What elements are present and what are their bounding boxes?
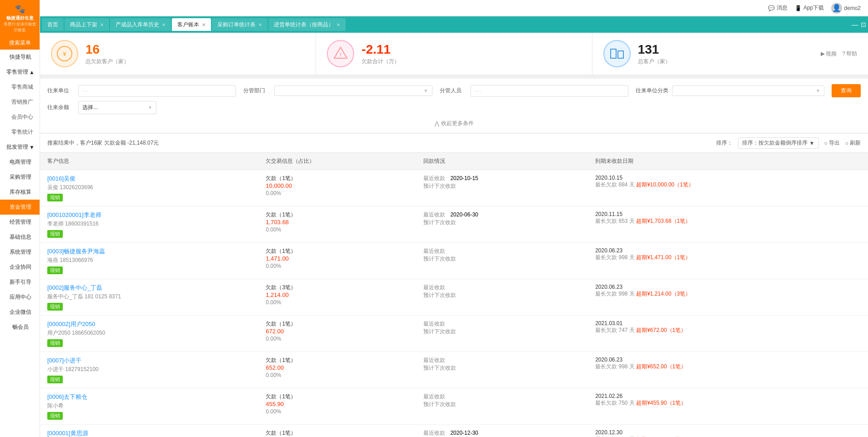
- sidebar-item-system[interactable]: 系统管理: [0, 245, 40, 260]
- customer-tag-0: 现销: [47, 194, 63, 201]
- customer-name-4[interactable]: [000002]用户2050: [47, 320, 251, 328]
- balance-select[interactable]: 选择... ▼: [78, 101, 156, 114]
- tabs-maximize-icon[interactable]: ⊡: [861, 21, 866, 28]
- customer-contact-5: 小进干 18279152100: [47, 366, 251, 373]
- overdue-amount-1[interactable]: 超期¥1,703.68（1笔）: [636, 218, 691, 224]
- collapse-row[interactable]: ⋀ 收起更多条件: [47, 118, 861, 129]
- owe-amount-3[interactable]: 1,214.00: [266, 291, 409, 298]
- overdue-amount-6[interactable]: 超期¥455.90（1笔）: [636, 400, 686, 406]
- vendor-type-select[interactable]: ▼: [672, 85, 824, 96]
- customer-tag-6: 现销: [47, 412, 63, 420]
- owe-count-5: 欠款（1笔）: [266, 357, 409, 364]
- query-button[interactable]: 查询: [832, 84, 861, 97]
- cell-customer-6: [0006]去下粮仓 陈小希 现销: [40, 388, 258, 425]
- overdue-days-3: 最长欠款 998 天 超期¥1,214.00（3笔）: [595, 290, 861, 298]
- vendor-type-label: 往来单位分类: [636, 87, 668, 95]
- due-date-2: 2020.06.23: [595, 247, 861, 254]
- overdue-days-4: 最长欠款 747 天 超期¥672.00（1笔）: [595, 326, 861, 334]
- user-menu[interactable]: 👤 demo2: [831, 3, 861, 14]
- cell-owe-1: 欠款（1笔） 1,703.68 0.00%: [258, 206, 416, 243]
- tabs-actions: — ⊡: [852, 21, 866, 28]
- customer-name-0[interactable]: [0016]吴俊: [47, 175, 251, 183]
- sidebar-item-retail-mall[interactable]: 零售商城: [0, 80, 40, 95]
- customer-name-5[interactable]: [0007]小进干: [47, 357, 251, 365]
- sidebar-item-ecommerce[interactable]: 电商管理: [0, 155, 40, 170]
- tab-close-purchase[interactable]: ✕: [258, 22, 262, 27]
- stat-card-overdue-customers: ¥ 16 总欠款客户（家）: [40, 33, 316, 75]
- tabs-minimize-icon[interactable]: —: [852, 21, 858, 28]
- customer-contact-6: 陈小希: [47, 402, 251, 410]
- tab-purchase-summary[interactable]: 采购订单统计表 ✕: [212, 18, 267, 31]
- last-payment-7: 最近收款 2020-12-30: [423, 429, 581, 437]
- owe-amount-1[interactable]: 1,703.68: [266, 219, 409, 226]
- overdue-amount-5[interactable]: 超期¥652.00（1笔）: [636, 363, 686, 370]
- tab-products-off[interactable]: 商品上下架 ✕: [65, 18, 109, 31]
- sidebar-search[interactable]: 搜索菜单: [0, 36, 40, 50]
- overdue-amount-4[interactable]: 超期¥672.00（1笔）: [636, 327, 686, 333]
- manager-input[interactable]: ···: [471, 85, 628, 97]
- help-btn[interactable]: ? 帮助: [842, 50, 857, 58]
- app-download-btn[interactable]: 📱 App下载: [795, 4, 824, 12]
- overdue-amount-3[interactable]: 超期¥1,214.00（3笔）: [636, 291, 691, 297]
- owe-count-2: 欠款（1笔）: [266, 247, 409, 255]
- cell-owe-7: 欠款（1笔） 429.00 0.00%: [258, 425, 416, 437]
- tab-close-production[interactable]: ✕: [162, 22, 166, 27]
- vendor-input[interactable]: ···: [78, 85, 236, 97]
- owe-amount-6[interactable]: 455.90: [266, 401, 409, 407]
- video-btn[interactable]: ▶ 视频: [821, 50, 837, 58]
- cell-owe-2: 欠款（1笔） 1,471.00 0.00%: [258, 243, 416, 279]
- last-payment-2: 最近收款: [423, 247, 581, 255]
- owe-amount-2[interactable]: 1,471.00: [266, 255, 409, 262]
- export-btn[interactable]: ○ 导出: [824, 139, 840, 147]
- cell-owe-0: 欠款（1笔） 10,000.00 0.00%: [258, 170, 416, 206]
- sidebar-item-operations[interactable]: 经营管理: [0, 215, 40, 230]
- last-payment-1: 最近收款 2020-06-30: [423, 211, 581, 219]
- sidebar-item-member-center[interactable]: 会员中心: [0, 110, 40, 125]
- owe-count-4: 欠款（1笔）: [266, 320, 409, 328]
- tab-close-customer[interactable]: ✕: [202, 22, 206, 27]
- sidebar-item-inventory[interactable]: 库存核算: [0, 185, 40, 200]
- department-select[interactable]: ▼: [274, 85, 432, 96]
- next-payment-6: 预计下次收款: [423, 401, 581, 408]
- customer-name-2[interactable]: [0003]畅捷服务尹海蕊: [47, 247, 251, 256]
- owe-amount-5[interactable]: 652.00: [266, 364, 409, 371]
- tab-customer-account[interactable]: 客户账本 ✕: [172, 18, 211, 31]
- message-btn[interactable]: 💬 消息: [768, 4, 788, 12]
- customer-name-3[interactable]: [0002]服务中心_丁磊: [47, 284, 251, 292]
- sidebar-item-basic-info[interactable]: 基础信息: [0, 230, 40, 245]
- owe-percent-5: 0.00%: [266, 372, 409, 378]
- owe-percent-0: 0.00%: [266, 190, 409, 196]
- tab-incoming-summary[interactable]: 进货单统计表（按商品） ✕: [268, 18, 346, 31]
- cell-payment-4: 最近收款 预计下次收款: [416, 316, 588, 352]
- sidebar-item-app-center[interactable]: 应用中心: [0, 290, 40, 305]
- overdue-amount-2[interactable]: 超期¥1,471.00（1笔）: [636, 254, 691, 261]
- owe-amount-4[interactable]: 672.00: [266, 328, 409, 335]
- sidebar-item-batch-mgmt[interactable]: 批发管理 ▼: [0, 140, 40, 155]
- chevron-down-icon: ▼: [424, 88, 428, 93]
- tab-close-products[interactable]: ✕: [100, 22, 104, 27]
- sidebar-item-finance[interactable]: 资金管理: [0, 200, 40, 215]
- sidebar-item-marketing[interactable]: 营销推广: [0, 95, 40, 110]
- sidebar-item-retail-stats[interactable]: 零售统计: [0, 125, 40, 140]
- sidebar-item-vip-member[interactable]: 畅会员: [0, 320, 40, 335]
- sidebar-item-new-guide[interactable]: 新手引导: [0, 275, 40, 290]
- sidebar-item-purchase[interactable]: 采购管理: [0, 170, 40, 185]
- sidebar-item-enterprise-coop[interactable]: 企业协同: [0, 260, 40, 275]
- customer-name-1[interactable]: [0001020001]李老师: [47, 211, 251, 219]
- stat-card-total-customers: 131 总客户（家） ▶ 视频 ? 帮助: [592, 33, 868, 75]
- sort-select[interactable]: 排序：按欠款金额倒序排序 ▼: [738, 137, 819, 149]
- owe-amount-0[interactable]: 10,000.00: [266, 182, 409, 189]
- next-payment-4: 预计下次收款: [423, 328, 581, 336]
- customer-name-7[interactable]: [000001]黄思源: [47, 429, 251, 437]
- sidebar-item-enterprise-wechat[interactable]: 企业微信: [0, 305, 40, 320]
- stat-value-total-customers: 131: [638, 42, 671, 57]
- tab-production-history[interactable]: 产成品入库单历史 ✕: [110, 18, 171, 31]
- sidebar-item-quick-nav[interactable]: 快捷导航: [0, 50, 40, 65]
- tab-home[interactable]: 首页: [42, 18, 64, 31]
- customer-tag-3: 现销: [47, 303, 63, 311]
- tab-close-incoming[interactable]: ✕: [336, 22, 340, 27]
- overdue-amount-0[interactable]: 超期¥10,000.00（1笔）: [636, 181, 694, 188]
- refresh-btn[interactable]: ○ 刷新: [845, 139, 861, 147]
- sidebar-item-retail-mgmt[interactable]: 零售管理 ▲: [0, 65, 40, 80]
- customer-name-6[interactable]: [0006]去下粮仓: [47, 393, 251, 401]
